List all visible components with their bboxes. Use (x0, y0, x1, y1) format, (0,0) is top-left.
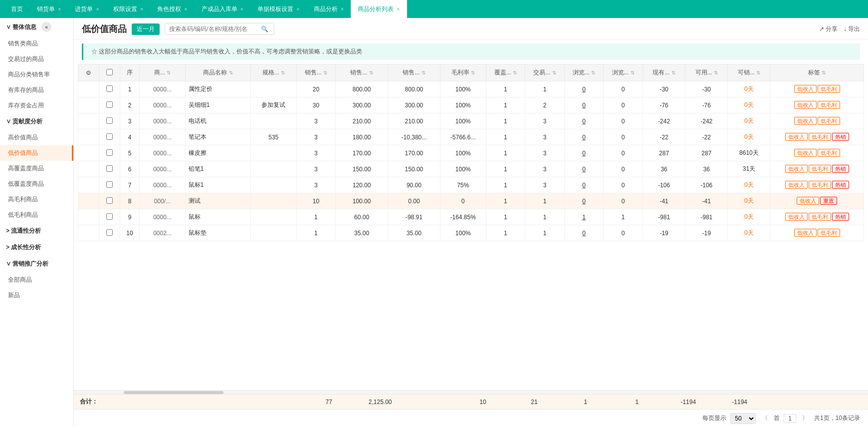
row-select-checkbox[interactable] (106, 181, 113, 188)
th-sales2[interactable]: 销售... ⇅ (336, 64, 388, 81)
row-code[interactable]: 0000... (140, 209, 186, 225)
row-name[interactable]: 鼠标 (185, 209, 250, 225)
browse-link[interactable]: 0 (582, 118, 586, 125)
nav-sales[interactable]: 销货单 × (30, 0, 68, 18)
search-input[interactable] (169, 25, 259, 32)
row-select-checkbox[interactable] (106, 229, 113, 236)
row-checkbox[interactable] (99, 81, 120, 97)
row-browse1[interactable]: 0 (564, 161, 604, 177)
row-checkbox[interactable] (99, 113, 120, 129)
table-container[interactable]: ⚙ 序 商... ⇅ 商品名称 ⇅ 规格... ⇅ 销售... ⇅ 销售... … (74, 64, 868, 390)
nav-permission[interactable]: 权限设置 × (106, 0, 150, 18)
th-settings[interactable]: ⚙ (78, 64, 99, 81)
sidebar-item-low-margin[interactable]: 低毛利商品 (0, 207, 73, 223)
nav-purchase[interactable]: 进货单 × (68, 0, 106, 18)
th-days[interactable]: 可销... ⇅ (728, 64, 770, 81)
row-select-checkbox[interactable] (106, 85, 113, 92)
th-trade[interactable]: 交易... ⇅ (525, 64, 565, 81)
browse-link[interactable]: 0 (582, 198, 586, 205)
close-product-analysis[interactable]: × (341, 6, 344, 12)
row-checkbox[interactable] (99, 145, 120, 161)
sidebar-item-low-value[interactable]: 低价值商品 (0, 145, 73, 161)
sidebar-group-growth[interactable]: > 成长性分析 (0, 239, 73, 256)
row-select-checkbox[interactable] (106, 117, 113, 124)
nav-home[interactable]: 首页 (4, 0, 30, 18)
sidebar-item-traded-products[interactable]: 交易过的商品 (0, 51, 73, 67)
row-code[interactable]: 0000... (140, 161, 186, 177)
row-select-checkbox[interactable] (106, 197, 113, 204)
sidebar-item-new-products[interactable]: 新品 (0, 288, 73, 303)
sidebar-item-stock-capital[interactable]: 库存资金占用 (0, 98, 73, 113)
row-code[interactable]: 0000... (140, 81, 186, 97)
row-browse1[interactable]: 0 (564, 145, 604, 161)
row-select-checkbox[interactable] (106, 165, 113, 172)
th-tags[interactable]: 标签 ⇅ (770, 64, 864, 81)
nav-role[interactable]: 角色授权 × (150, 0, 194, 18)
row-browse1[interactable]: 0 (564, 113, 604, 129)
sidebar-group-circulation[interactable]: > 流通性分析 (0, 223, 73, 239)
close-purchase[interactable]: × (96, 6, 99, 12)
row-name[interactable]: 测试 (185, 193, 250, 209)
sidebar-item-category-rate[interactable]: 商品分类销售率 (0, 67, 73, 82)
row-code[interactable]: 0000... (140, 145, 186, 161)
browse-link[interactable]: 0 (582, 166, 586, 173)
row-checkbox[interactable] (99, 193, 120, 209)
th-code[interactable]: 商... ⇅ (140, 64, 186, 81)
sidebar-item-high-margin[interactable]: 高毛利商品 (0, 192, 73, 207)
scroll-bar-area[interactable] (74, 390, 868, 394)
close-sales[interactable]: × (58, 6, 61, 12)
row-name[interactable]: 鼠标1 (185, 177, 250, 193)
row-code[interactable]: 0000... (140, 97, 186, 113)
th-stock1[interactable]: 现有... ⇅ (643, 64, 685, 81)
browse-link[interactable]: 1 (582, 214, 586, 221)
export-button[interactable]: ↓ 导出 (844, 25, 860, 33)
browse-link[interactable]: 0 (582, 182, 586, 189)
sidebar-item-low-coverage[interactable]: 低覆盖度商品 (0, 176, 73, 192)
nav-product-analysis[interactable]: 商品分析 × (307, 0, 351, 18)
close-permission[interactable]: × (140, 6, 143, 12)
row-browse1[interactable]: 0 (564, 177, 604, 193)
sidebar-item-high-value[interactable]: 高价值商品 (0, 130, 73, 145)
row-select-checkbox[interactable] (106, 133, 113, 140)
browse-link[interactable]: 0 (582, 230, 586, 237)
row-checkbox[interactable] (99, 129, 120, 145)
filter-recent-month[interactable]: 近一月 (132, 23, 160, 35)
th-stock2[interactable]: 可用... ⇅ (685, 64, 728, 81)
row-name[interactable]: 鼠标垫 (185, 225, 250, 241)
row-select-checkbox[interactable] (106, 101, 113, 108)
sidebar-item-high-coverage[interactable]: 高覆盖度商品 (0, 161, 73, 176)
row-checkbox[interactable] (99, 161, 120, 177)
next-page[interactable]: 〉 (800, 414, 810, 423)
th-coverage[interactable]: 覆盖... ⇅ (486, 64, 525, 81)
sidebar-item-stocked-products[interactable]: 有库存的商品 (0, 82, 73, 98)
row-checkbox[interactable] (99, 97, 120, 113)
sidebar-group-overview[interactable]: ∨ 整体信息 « (0, 18, 73, 36)
browse-link[interactable]: 0 (582, 102, 586, 109)
row-browse1[interactable]: 0 (564, 81, 604, 97)
row-name[interactable]: 笔记本 (185, 129, 250, 145)
sidebar-item-sales-products[interactable]: 销售类商品 (0, 36, 73, 51)
share-button[interactable]: ↗ 分享 (819, 25, 838, 33)
row-browse1[interactable]: 0 (564, 225, 604, 241)
close-product-analysis-list[interactable]: × (397, 6, 400, 12)
row-name[interactable]: 吴细细1 (185, 97, 250, 113)
row-checkbox[interactable] (99, 209, 120, 225)
per-page-select[interactable]: 50 100 200 (730, 413, 756, 424)
row-browse1[interactable]: 0 (564, 97, 604, 113)
select-all-checkbox[interactable] (106, 69, 113, 75)
row-code[interactable]: 0000... (140, 177, 186, 193)
th-name[interactable]: 商品名称 ⇅ (185, 64, 250, 81)
row-name[interactable]: 电话机 (185, 113, 250, 129)
row-code[interactable]: 0000... (140, 113, 186, 129)
nav-template[interactable]: 单据模板设置 × (250, 0, 306, 18)
row-code[interactable]: 0002... (140, 225, 186, 241)
nav-product-inbound[interactable]: 产成品入库单 × (195, 0, 250, 18)
row-select-checkbox[interactable] (106, 149, 113, 156)
th-sales1[interactable]: 销售... ⇅ (296, 64, 336, 81)
row-code[interactable]: 0000... (140, 129, 186, 145)
sidebar-group-marketing[interactable]: ∨ 营销推广分析 (0, 256, 73, 272)
collapse-overview[interactable]: « (41, 22, 51, 32)
row-name[interactable]: 铅笔1 (185, 161, 250, 177)
prev-page[interactable]: 〈 (760, 414, 770, 423)
close-template[interactable]: × (296, 6, 299, 12)
